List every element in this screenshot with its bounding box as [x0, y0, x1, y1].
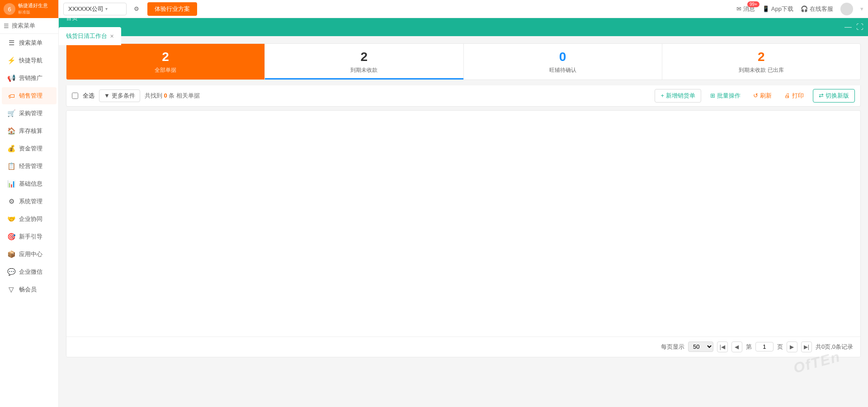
- sidebar-item-label: 库存核算: [19, 127, 42, 135]
- stat-card-overdue[interactable]: 2 到期未收款: [265, 44, 463, 80]
- stat-label: 全部单据: [75, 66, 255, 74]
- sidebar-item-wechat[interactable]: 💬 企业微信: [2, 263, 57, 281]
- tab-minimize-button[interactable]: —: [844, 23, 852, 31]
- sidebar-item-app-center[interactable]: 📦 应用中心: [2, 246, 57, 263]
- sidebar-item-sales[interactable]: 🏷 销售管理: [2, 87, 57, 104]
- prev-page-button[interactable]: ◀: [731, 342, 742, 352]
- found-count: 0: [164, 92, 167, 99]
- cooperation-icon: 🤝: [7, 215, 15, 223]
- purchase-icon: 🛒: [7, 109, 15, 117]
- sidebar-item-inventory[interactable]: 🏠 库存核算: [2, 122, 57, 140]
- stat-card-all[interactable]: 2 全部单据: [66, 44, 265, 80]
- sidebar-item-marketing[interactable]: 📢 营销推广: [2, 70, 57, 87]
- print-icon: 🖨: [784, 92, 790, 99]
- sidebar-item-search[interactable]: ☰ 搜索菜单: [2, 34, 57, 51]
- sidebar-item-member[interactable]: ▽ 畅会员: [2, 281, 57, 298]
- trial-button[interactable]: 体验行业方案: [147, 2, 197, 16]
- stat-cards-container: 2 全部单据 2 到期未收款 0 旺辅待确认 2 到期未收款 已出库: [66, 44, 860, 80]
- message-button[interactable]: ✉ 消息 99+: [736, 5, 755, 13]
- chevron-down-icon: ▾: [860, 5, 863, 12]
- select-all-checkbox[interactable]: [72, 93, 78, 99]
- refresh-button[interactable]: ↺ 刷新: [750, 90, 775, 102]
- search-icon: ☰: [4, 23, 9, 29]
- tab-bar: 首页钱货日清工作台✕ — ⛶: [59, 18, 868, 36]
- chevron-down-icon: ▾: [105, 6, 108, 11]
- refresh-label: 刷新: [760, 92, 772, 100]
- message-icon: ✉: [736, 5, 741, 12]
- page-size-label: 每页显示: [661, 343, 684, 351]
- sidebar-item-label: 营销推广: [19, 74, 42, 82]
- select-all-label: 全选: [83, 92, 94, 100]
- sidebar-item-label: 采购管理: [19, 109, 42, 117]
- sidebar-item-label: 基础信息: [19, 180, 42, 188]
- marketing-icon: 📢: [7, 74, 15, 82]
- logo-text-area: 畅捷通好生意 标准版: [18, 3, 48, 15]
- last-page-button[interactable]: ▶|: [801, 342, 812, 352]
- filter-button[interactable]: ▼ 更多条件: [99, 89, 140, 102]
- user-menu-button[interactable]: ▾: [860, 5, 863, 12]
- sidebar-item-system[interactable]: ⚙ 系统管理: [2, 193, 57, 210]
- sidebar-item-label: 新手引导: [19, 233, 42, 241]
- total-pages-label: 共0页,0条记录: [816, 343, 853, 351]
- service-icon: 🎧: [801, 5, 808, 12]
- sidebar-item-basic-info[interactable]: 📊 基础信息: [2, 175, 57, 192]
- sidebar-item-label: 企业微信: [19, 268, 42, 276]
- stat-number: 2: [75, 49, 255, 65]
- app-subtitle: 标准版: [18, 9, 48, 15]
- top-header: XXXXXX公司 ▾ ⚙ 体验行业方案 ✉ 消息 99+ 📱 App下载 🎧 在…: [59, 0, 868, 18]
- page-size-select[interactable]: 50 10 20 100: [688, 342, 713, 352]
- sidebar-item-label: 资金管理: [19, 145, 42, 153]
- sidebar-item-label: 企业协同: [19, 215, 42, 223]
- online-service-button[interactable]: 🎧 在线客服: [801, 5, 833, 13]
- switch-icon: ⇄: [819, 92, 824, 99]
- first-page-button[interactable]: |◀: [717, 342, 728, 352]
- stat-number: 0: [473, 49, 653, 65]
- sidebar-item-cooperation[interactable]: 🤝 企业协同: [2, 211, 57, 228]
- filter-label: 更多条件: [112, 92, 135, 100]
- header-right: ✉ 消息 99+ 📱 App下载 🎧 在线客服 ▾: [736, 3, 863, 15]
- tab-close-icon[interactable]: ✕: [110, 33, 114, 39]
- finance-icon: 💰: [7, 145, 15, 153]
- sidebar-item-quick-nav[interactable]: ⚡ 快捷导航: [2, 52, 57, 69]
- table-area: 每页显示 50 10 20 100 |◀ ◀ 第 页 ▶ ▶| 共0页,0条记录: [66, 110, 861, 357]
- batch-operation-button[interactable]: ⊞ 批量操作: [707, 90, 744, 102]
- company-selector[interactable]: XXXXXX公司 ▾: [63, 3, 127, 15]
- tab-expand-button[interactable]: ⛶: [856, 23, 863, 31]
- sales-icon: 🏷: [7, 92, 15, 100]
- stat-label: 到期未收款: [274, 66, 454, 74]
- search-label: 搜索菜单: [12, 22, 35, 30]
- app-center-icon: 📦: [7, 250, 15, 258]
- app-download-button[interactable]: 📱 App下载: [762, 5, 793, 13]
- pagination: 每页显示 50 10 20 100 |◀ ◀ 第 页 ▶ ▶| 共0页,0条记录: [66, 337, 860, 357]
- batch-icon: ⊞: [710, 92, 715, 99]
- page-input[interactable]: [755, 342, 774, 351]
- tab-underline: [265, 78, 463, 80]
- sidebar-item-finance[interactable]: 💰 资金管理: [2, 140, 57, 157]
- new-sale-button[interactable]: + 新增销货单: [655, 89, 701, 103]
- user-avatar[interactable]: [840, 3, 853, 15]
- add-icon: +: [660, 92, 664, 99]
- sidebar-item-operations[interactable]: 📋 经营管理: [2, 158, 57, 175]
- print-button[interactable]: 🖨 打印: [781, 90, 807, 102]
- sidebar-item-guide[interactable]: 🎯 新手引导: [2, 228, 57, 245]
- download-icon: 📱: [762, 5, 769, 12]
- new-btn-label: 新增销货单: [666, 92, 695, 100]
- found-suffix: 相关单据: [176, 92, 200, 99]
- stat-number: 2: [671, 49, 851, 65]
- sidebar-search[interactable]: ☰ 搜索菜单: [0, 18, 58, 34]
- switch-version-button[interactable]: ⇄ 切换新版: [813, 89, 855, 103]
- settings-button[interactable]: ⚙: [130, 3, 143, 15]
- company-name: XXXXXX公司: [68, 5, 104, 13]
- quick-nav-icon: ⚡: [7, 56, 15, 65]
- search-icon: ☰: [7, 39, 15, 47]
- tab-钱货日清工作台[interactable]: 钱货日清工作台✕: [59, 27, 121, 45]
- next-page-button[interactable]: ▶: [787, 342, 797, 352]
- sidebar-item-purchase[interactable]: 🛒 采购管理: [2, 105, 57, 122]
- stat-label: 旺辅待确认: [473, 66, 653, 74]
- stat-card-overdue-shipped[interactable]: 2 到期未收款 已出库: [662, 44, 860, 80]
- sidebar-item-label: 系统管理: [19, 197, 42, 206]
- toolbar: 全选 ▼ 更多条件 共找到 0 条 相关单据 + 新增销货单 ⊞ 批量操作 ↺: [66, 85, 861, 107]
- stat-label: 到期未收款 已出库: [671, 66, 851, 74]
- found-text: 共找到 0 条 相关单据: [145, 92, 200, 100]
- stat-card-pending[interactable]: 0 旺辅待确认: [464, 44, 662, 80]
